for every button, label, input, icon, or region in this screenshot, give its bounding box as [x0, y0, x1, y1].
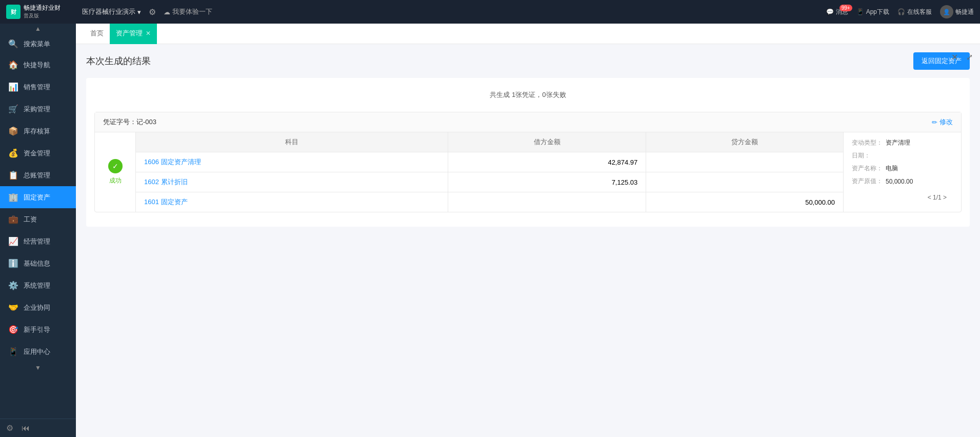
sidebar-item-basic-info[interactable]: ℹ️ 基础信息 [0, 252, 76, 274]
app-name: 畅捷通好业财 [24, 4, 61, 12]
sidebar-item-finance[interactable]: 💰 资金管理 [0, 142, 76, 164]
debit-1: 42,874.97 [448, 152, 646, 172]
expand-panel-button[interactable]: ⤢ [963, 51, 976, 63]
asset-original-value: 50,000.00 [886, 178, 913, 185]
experience-button[interactable]: ☁ 我要体验一下 [164, 7, 212, 16]
tab-asset-management-label: 资产管理 [116, 29, 143, 38]
sidebar-item-operations[interactable]: 📈 经营管理 [0, 230, 76, 252]
fixed-assets-icon: 🏢 [8, 192, 18, 202]
sidebar-item-system[interactable]: ⚙️ 系统管理 [0, 274, 76, 296]
top-header: 财 畅捷通好业财 普及版 医疗器械行业演示 ▾ ⚙ ☁ 我要体验一下 💬 消息 … [0, 0, 980, 24]
user-area[interactable]: 👤 畅捷通 [940, 5, 974, 18]
asset-name-label: 资产名称： [852, 164, 883, 173]
sales-icon: 📊 [8, 82, 18, 92]
close-panel-button[interactable]: ✕ [948, 51, 961, 63]
sidebar-label-quick-nav: 快捷导航 [24, 61, 50, 70]
app-download-button[interactable]: 📱 App下载 [856, 8, 889, 16]
app-center-icon: 📱 [8, 347, 18, 356]
date-label: 日期： [852, 151, 870, 160]
sidebar-item-cooperation[interactable]: 🤝 企业协同 [0, 296, 76, 319]
sidebar-label-guide: 新手引导 [24, 325, 50, 334]
subject-link-3[interactable]: 1601 固定资产 [144, 198, 188, 206]
logo-area: 财 畅捷通好业财 普及版 [6, 4, 82, 19]
sidebar-label-purchase: 采购管理 [24, 105, 50, 114]
download-icon: 📱 [856, 8, 864, 15]
purchase-icon: 🛒 [8, 104, 18, 114]
search-icon: 🔍 [8, 39, 18, 49]
nav-bar: 医疗器械行业演示 ▾ ⚙ ☁ 我要体验一下 [82, 5, 826, 19]
asset-original-row: 资产原值： 50,000.00 [852, 177, 953, 186]
basic-info-icon: ℹ️ [8, 259, 18, 268]
settings-icon[interactable]: ⚙ [145, 5, 159, 19]
chevron-down-icon: ▾ [137, 8, 141, 16]
credit-3: 50,000.00 [646, 192, 843, 212]
sidebar-label-operations: 经营管理 [24, 237, 50, 246]
sidebar-item-inventory[interactable]: 📦 库存核算 [0, 120, 76, 142]
message-badge: 99+ [839, 5, 852, 11]
sidebar-label-cooperation: 企业协同 [24, 303, 50, 312]
table-row: 1602 累计折旧 7,125.03 [136, 172, 843, 192]
home-icon: 🏠 [8, 60, 18, 70]
tab-close-icon[interactable]: ✕ [146, 30, 151, 37]
logo-icon: 财 [6, 5, 21, 19]
sidebar-scroll-down[interactable]: ▼ [0, 363, 76, 373]
credit-2 [646, 172, 843, 192]
sidebar-item-ledger[interactable]: 📋 总账管理 [0, 164, 76, 186]
table-row: 1606 固定资产清理 42,874.97 [136, 152, 843, 172]
col-debit: 借方金额 [448, 132, 646, 152]
system-icon: ⚙️ [8, 281, 18, 290]
subject-link-1[interactable]: 1606 固定资产清理 [144, 158, 201, 166]
tab-asset-management[interactable]: 资产管理 ✕ [110, 24, 157, 44]
app-download-label: App下载 [866, 8, 889, 16]
sidebar-label-fixed-assets: 固定资产 [24, 193, 50, 202]
sidebar-label-finance: 资金管理 [24, 149, 50, 158]
asset-name-value: 电脑 [886, 164, 898, 173]
change-type-row: 变动类型： 资产清理 [852, 138, 953, 147]
subject-link-2[interactable]: 1602 累计折旧 [144, 178, 188, 186]
tab-home[interactable]: 首页 [84, 24, 110, 44]
sidebar-item-search[interactable]: 🔍 搜索菜单 [0, 34, 76, 54]
sidebar-label-inventory: 库存核算 [24, 127, 50, 136]
online-service-button[interactable]: 🎧 在线客服 [897, 8, 932, 16]
sidebar-scroll-up[interactable]: ▲ [0, 24, 76, 34]
payroll-icon: 💼 [8, 214, 18, 224]
asset-name-row: 资产名称： 电脑 [852, 164, 953, 173]
sidebar-label-basic-info: 基础信息 [24, 259, 50, 268]
tab-bar: 首页 资产管理 ✕ [76, 24, 980, 44]
edit-label: 修改 [939, 117, 953, 127]
sidebar-label-app-center: 应用中心 [24, 347, 50, 356]
sidebar-collapse-icon[interactable]: ⏮ [22, 424, 30, 433]
sidebar-item-fixed-assets[interactable]: 🏢 固定资产 [0, 186, 76, 208]
success-indicator: ✓ 成功 [95, 132, 136, 212]
col-subject: 科目 [136, 132, 448, 152]
sidebar-item-payroll[interactable]: 💼 工资 [0, 208, 76, 230]
success-circle: ✓ [108, 159, 123, 173]
sidebar-item-app-center[interactable]: 📱 应用中心 [0, 341, 76, 363]
pagination[interactable]: < 1/1 > [852, 190, 953, 203]
project-selector[interactable]: 医疗器械行业演示 ▾ [82, 7, 141, 16]
operations-icon: 📈 [8, 236, 18, 246]
voucher-card: 凭证字号：记-003 ✏ 修改 ✓ 成功 [94, 112, 962, 212]
content-area: ✕ ⤢ 首页 资产管理 ✕ 本次生成的结果 返回固定资产 共生成 1张凭证，0张… [76, 24, 980, 437]
sidebar-item-quick-nav[interactable]: 🏠 快捷导航 [0, 54, 76, 76]
date-row: 日期： [852, 151, 953, 160]
sidebar-settings-icon[interactable]: ⚙ [6, 423, 13, 433]
user-avatar: 👤 [940, 5, 953, 18]
sidebar-item-guide[interactable]: 🎯 新手引导 [0, 319, 76, 341]
voucher-number: 凭证字号：记-003 [103, 117, 156, 127]
sidebar-item-sales[interactable]: 📊 销售管理 [0, 76, 76, 98]
message-button[interactable]: 💬 消息 99+ [826, 8, 848, 16]
sidebar-item-purchase[interactable]: 🛒 采购管理 [0, 98, 76, 120]
edit-voucher-button[interactable]: ✏ 修改 [932, 117, 953, 127]
online-service-label: 在线客服 [907, 8, 932, 16]
message-icon: 💬 [826, 8, 834, 15]
sidebar-label-payroll: 工资 [24, 215, 37, 224]
inventory-icon: 📦 [8, 126, 18, 136]
tab-home-label: 首页 [90, 29, 104, 38]
cooperation-icon: 🤝 [8, 303, 18, 312]
main-layout: ▲ 🔍 搜索菜单 🏠 快捷导航 📊 销售管理 🛒 采购管理 📦 库存核算 💰 资… [0, 24, 980, 437]
finance-icon: 💰 [8, 148, 18, 158]
sidebar-bottom: ⚙ ⏮ [0, 419, 76, 437]
sidebar-label-search: 搜索菜单 [24, 39, 50, 49]
result-panel: 共生成 1张凭证，0张失败 凭证字号：记-003 ✏ 修改 ✓ [86, 78, 970, 227]
